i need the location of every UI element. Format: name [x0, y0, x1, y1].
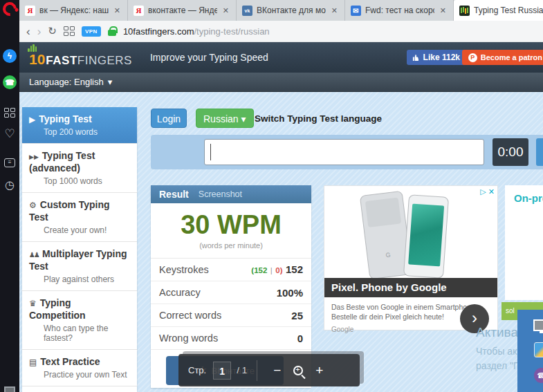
page-number-input[interactable]: 1: [213, 362, 231, 380]
site-tagline: Improve your Typing Speed: [150, 52, 268, 63]
right-ad-heading: On-pre: [505, 185, 543, 204]
sidebar-menu: ▶Typing Test Top 200 words ▶▶Typing Test…: [22, 107, 137, 392]
tab-close-icon[interactable]: ✕: [113, 6, 122, 15]
wpm-value: 30 WPM: [151, 210, 311, 240]
site-logo[interactable]: 10FASTFINGERS: [29, 47, 132, 68]
language-bar[interactable]: Language: English ▾: [19, 73, 543, 92]
vk-favicon: vk: [242, 6, 252, 16]
tab-yandex-vk[interactable]: Я вк — Яндекс: нашёлся 31 ✕: [19, 0, 128, 21]
thumb-up-icon: [412, 54, 420, 62]
app-shortcut-icon[interactable]: [534, 342, 543, 357]
tab-title: ВКонтакте для мобильны: [257, 6, 326, 15]
language-button-label: Russian: [203, 113, 239, 124]
facebook-like-button[interactable]: Like 112k: [407, 50, 466, 65]
row-value: 25: [291, 310, 303, 321]
tab-vk-mobile[interactable]: vk ВКонтакте для мобильны ✕: [237, 0, 345, 21]
patreon-icon: P: [468, 53, 477, 62]
tab-title: Typing Test Russian: [474, 6, 543, 15]
row-label: Keystrokes: [159, 264, 209, 275]
row-label: Accuracy: [159, 287, 201, 298]
correct-words-row: Correct words 25: [151, 304, 311, 327]
sidebar-item-typing-test-advanced[interactable]: ▶▶Typing Test (advanced) Top 1000 words: [22, 143, 137, 192]
sidebar-item-text-practice[interactable]: ▤Text Practice Practice your own Text: [22, 349, 137, 386]
bottom-partial-icon[interactable]: [4, 386, 15, 392]
row-value: 100%: [277, 287, 303, 299]
keystrokes-total: 152: [286, 263, 303, 275]
whatsapp-icon[interactable]: ☎: [0, 75, 19, 89]
zoom-in-button[interactable]: +: [315, 363, 323, 378]
sidebar-item-custom-typing-test[interactable]: ⚙Custom Typing Test Create your own!: [22, 192, 137, 241]
language-select-button[interactable]: Russian ▾: [196, 109, 254, 128]
tab-yandex-vkontakte[interactable]: Я вконтакте — Яндекс: наш ✕: [128, 0, 237, 21]
wpm-block: 30 WPM (words per minute): [151, 203, 311, 259]
accuracy-row: Accuracy 100%: [151, 281, 311, 304]
item-title: Typing Competition: [29, 297, 86, 321]
tab-close-icon[interactable]: ✕: [221, 6, 230, 15]
tab-result[interactable]: Result: [159, 189, 189, 200]
yandex-favicon: Я: [25, 6, 35, 16]
tab-title: вконтакте — Яндекс: наш: [148, 6, 217, 15]
sidebar-item-multiplayer[interactable]: ♟♟Multiplayer Typing Test Play against o…: [22, 241, 137, 290]
sidebar-item-typing-competition[interactable]: ♛Typing Competition Who can type the fas…: [22, 290, 137, 349]
ad-close-icon[interactable]: ✕: [488, 187, 495, 196]
tab-bar: Я вк — Яндекс: нашёлся 31 ✕ Я вконтакте …: [19, 0, 543, 21]
computer-icon[interactable]: [533, 319, 543, 331]
item-subtitle: Create your own!: [44, 225, 130, 235]
mail-favicon: ✉: [351, 6, 361, 16]
zoom-magnifier-icon[interactable]: [293, 366, 303, 375]
url-field[interactable]: 10fastfingers.com/typing-test/russian: [123, 26, 270, 37]
vpn-badge[interactable]: VPN: [82, 26, 101, 37]
typing-input-band: 0:00 ↻: [151, 135, 543, 169]
sidebar-item-top-1000[interactable]: ▂▄▆Top 1000 Unlock the Top 1000 words of…: [22, 386, 137, 392]
back-icon[interactable]: ‹: [26, 26, 30, 37]
address-bar: ‹ › ↻ VPN 10fastfingers.com/typing-test/…: [19, 21, 543, 42]
wpm-subtitle: (words per minute): [151, 241, 311, 250]
become-patron-button[interactable]: P Become a patron: [462, 50, 543, 65]
row-value: 0: [297, 333, 303, 344]
zoom-out-button[interactable]: −: [273, 363, 281, 378]
ad-title: Pixel. Phone by Google: [324, 278, 497, 297]
url-domain: 10fastfingers.com: [123, 26, 194, 37]
keystrokes-wrong: 0): [275, 266, 282, 274]
speed-dial-icon[interactable]: [0, 102, 19, 118]
item-subtitle: Top 200 words: [44, 127, 130, 137]
bookmarks-heart-icon[interactable]: ♡: [0, 127, 19, 141]
timer-display: 0:00: [493, 138, 528, 166]
phone-front-image: [403, 194, 449, 278]
keystrokes-row: Keystrokes (152 | 0) 152: [151, 259, 311, 281]
secure-lock-icon[interactable]: [108, 30, 116, 36]
right-ad-card[interactable]: On-pre: [505, 185, 543, 300]
messenger-icon[interactable]: ϟ: [0, 48, 19, 63]
browser-side-rail: ϟ ☎ ♡ ≡ ◷: [0, 0, 19, 392]
opera-logo-icon[interactable]: [0, 0, 19, 19]
restart-test-button[interactable]: ↻: [536, 138, 543, 166]
play-icon: ▶: [29, 115, 35, 124]
login-button[interactable]: Login: [151, 109, 187, 128]
site-header: 10FASTFINGERS Improve your Typing Speed …: [19, 42, 543, 73]
sidebar-item-typing-test[interactable]: ▶Typing Test Top 200 words: [22, 107, 137, 143]
logo-fingers: FINGERS: [77, 54, 132, 68]
adchoices-close[interactable]: ▷ ✕: [480, 187, 495, 196]
google-ad[interactable]: ▷ ✕ Pixel. Phone by Google Das Beste von…: [324, 185, 498, 330]
tab-close-icon[interactable]: ✕: [330, 6, 339, 15]
people-icon: ♟♟: [29, 251, 39, 259]
item-title: Text Practice: [40, 356, 100, 367]
viber-icon[interactable]: ☎: [534, 368, 543, 383]
tab-menu-icon[interactable]: [64, 26, 75, 36]
tab-typing-test-active[interactable]: Typing Test Russian: [454, 0, 543, 21]
chevron-down-icon: ▾: [241, 113, 246, 124]
row-label: Correct words: [159, 310, 221, 321]
patron-label: Become a patron: [481, 53, 542, 62]
adchoices-icon[interactable]: ▷: [480, 187, 486, 196]
tab-close-icon[interactable]: ✕: [439, 6, 448, 15]
typing-input[interactable]: [204, 139, 484, 165]
fast-forward-icon: ▶▶: [29, 153, 39, 160]
tab-mail-fwd[interactable]: ✉ Fwd: тест на скорость пе ✕: [345, 0, 454, 21]
forward-icon[interactable]: ›: [37, 26, 42, 37]
desktop-strip: ☎: [517, 310, 543, 392]
reload-icon[interactable]: ↻: [48, 25, 57, 37]
history-clock-icon[interactable]: ◷: [0, 178, 19, 192]
news-icon[interactable]: ≡: [0, 153, 19, 167]
wrong-words-row: Wrong words 0: [151, 327, 311, 350]
tab-screenshot[interactable]: Screenshot: [199, 189, 242, 199]
